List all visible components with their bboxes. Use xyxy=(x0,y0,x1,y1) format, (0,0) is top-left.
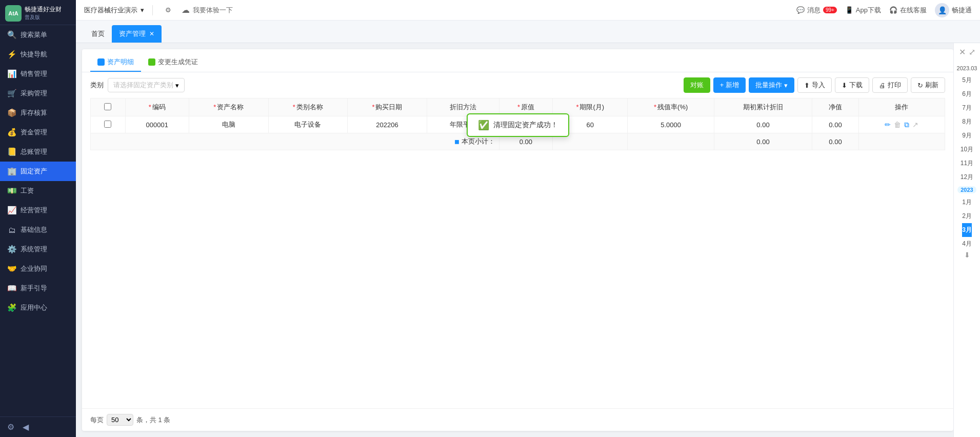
toast-message: 清理固定资产成功！ xyxy=(493,121,558,130)
topbar: 医疗器械行业演示 ▾ ⚙ ☁ 我要体验一下 💬 消息 99+ 📱 App下载 🎧… xyxy=(76,0,980,21)
sidebar-item-purchase[interactable]: 🛒 采购管理 xyxy=(0,84,76,103)
new-label: + 新增 xyxy=(720,81,739,90)
reconcile-label: 对账 xyxy=(690,81,704,90)
sidebar-item-quicknav[interactable]: ⚡ 快捷导航 xyxy=(0,45,76,64)
cloud-icon: ☁ xyxy=(182,5,190,15)
app-download-label: App下载 xyxy=(856,6,881,15)
messages-badge: 99+ xyxy=(823,7,837,13)
collapse-icon[interactable]: ◀ xyxy=(23,422,29,432)
app-download-button[interactable]: 📱 App下载 xyxy=(845,6,881,15)
sidebar-item-basic[interactable]: 🗂 基础信息 xyxy=(0,220,76,240)
tab-close-icon[interactable]: ✕ xyxy=(149,30,154,37)
rp-expand-icon[interactable]: ⤢ xyxy=(969,47,975,57)
rp-month[interactable]: 12月 xyxy=(961,170,973,184)
sidebar-item-enterprise[interactable]: 🤝 企业协同 xyxy=(0,259,76,279)
td-action: ✏ 🗑 ⧉ ↗ xyxy=(858,116,945,133)
copy-icon[interactable]: ⧉ xyxy=(904,121,909,129)
online-service-label: 在线客服 xyxy=(900,6,927,15)
download-button[interactable]: ⬇ 下载 xyxy=(835,77,869,93)
filter-label: 类别 xyxy=(90,81,104,90)
sidebar-item-assets[interactable]: 🏢 固定资产 xyxy=(0,162,76,181)
rp-month[interactable]: 5月 xyxy=(961,73,973,87)
sidebar-item-management[interactable]: 📈 经营管理 xyxy=(0,201,76,220)
th-category: *类别名称 xyxy=(268,98,348,116)
rp-close-icon[interactable]: ✕ xyxy=(959,47,966,59)
subtab-asset-detail[interactable]: 资产明细 xyxy=(90,54,141,72)
th-purchase-date: *购买日期 xyxy=(348,98,427,116)
subtab-asset-detail-label: 资产明细 xyxy=(107,57,134,67)
rp-month[interactable]: 4月 xyxy=(962,237,972,251)
sidebar-item-payroll[interactable]: 💵 工资 xyxy=(0,181,76,201)
sidebar-item-label: 搜索菜单 xyxy=(21,30,47,39)
online-service-button[interactable]: 🎧 在线客服 xyxy=(889,6,927,15)
company-name: 医疗器械行业演示 xyxy=(84,6,137,15)
batch-ops-button[interactable]: 批量操作 ▾ xyxy=(749,77,794,93)
messages-button[interactable]: 💬 消息 99+ xyxy=(796,6,837,15)
sales-icon: 📊 xyxy=(7,69,16,78)
rp-month[interactable]: 6月 xyxy=(961,87,973,101)
print-label: 打印 xyxy=(888,81,901,90)
rp-month[interactable]: 9月 xyxy=(961,129,973,143)
sidebar-item-label: 总账管理 xyxy=(21,147,47,156)
import-button[interactable]: ⬆ 导入 xyxy=(797,77,832,93)
experience-button[interactable]: ☁ 我要体验一下 xyxy=(182,5,233,15)
tab-asset-management[interactable]: 资产管理 ✕ xyxy=(112,25,162,43)
sidebar-item-label: 新手引导 xyxy=(21,284,47,293)
more-icon[interactable]: ↗ xyxy=(912,121,918,129)
company-selector[interactable]: 医疗器械行业演示 ▾ xyxy=(84,6,144,15)
edit-icon[interactable]: ✏ xyxy=(885,121,891,129)
topbar-settings-button[interactable]: ⚙ xyxy=(161,3,175,17)
toolbar-right: 对账 + 新增 批量操作 ▾ ⬆ 导入 ⬇ 下载 xyxy=(684,77,945,93)
sidebar-item-label: 销售管理 xyxy=(21,69,47,78)
rp-month[interactable]: 3月 xyxy=(962,223,972,237)
refresh-button[interactable]: ↻ 刷新 xyxy=(911,77,945,93)
sidebar-item-label: 采购管理 xyxy=(21,89,47,98)
sidebar-item-funds[interactable]: 💰 资金管理 xyxy=(0,123,76,142)
refresh-label: 刷新 xyxy=(925,81,938,90)
sidebar-item-inventory[interactable]: 📦 库存核算 xyxy=(0,103,76,123)
sidebar-item-appstore[interactable]: 🧩 应用中心 xyxy=(0,298,76,317)
rp-month[interactable]: 7月 xyxy=(961,101,973,115)
payroll-icon: 💵 xyxy=(7,186,16,195)
appstore-icon: 🧩 xyxy=(7,303,16,312)
topbar-right: 💬 消息 99+ 📱 App下载 🎧 在线客服 👤 畅捷通 xyxy=(796,3,972,17)
print-icon: 🖨 xyxy=(879,82,886,89)
sidebar-logo: AtA 畅捷通好业财 普及版 xyxy=(0,0,76,25)
sidebar-item-sales[interactable]: 📊 销售管理 xyxy=(0,64,76,84)
rp-month[interactable]: 1月 xyxy=(962,195,972,209)
purchase-icon: 🛒 xyxy=(7,89,16,98)
rp-month[interactable]: 8月 xyxy=(961,115,973,129)
tab-home[interactable]: 首页 xyxy=(84,25,112,43)
rp-month[interactable]: 2月 xyxy=(962,209,972,223)
refresh-icon: ↻ xyxy=(917,82,923,89)
rp-down-arrow[interactable]: ⬇ xyxy=(964,251,970,259)
rp-year-header: 2023.03 xyxy=(957,63,977,73)
new-button[interactable]: + 新增 xyxy=(713,77,746,93)
user-menu[interactable]: 👤 畅捷通 xyxy=(935,3,972,17)
settings-icon[interactable]: ⚙ xyxy=(7,422,14,432)
td-category: 电子设备 xyxy=(268,116,348,133)
sidebar-item-guide[interactable]: 📖 新手引导 xyxy=(0,279,76,298)
td-name: 电脑 xyxy=(189,116,268,133)
sidebar-item-system[interactable]: ⚙️ 系统管理 xyxy=(0,240,76,259)
avatar: 👤 xyxy=(935,3,949,17)
rp-month[interactable]: 11月 xyxy=(961,156,973,170)
messages-label: 消息 xyxy=(807,6,821,15)
enterprise-icon: 🤝 xyxy=(7,264,16,273)
print-button[interactable]: 🖨 打印 xyxy=(872,77,908,93)
sidebar-item-search[interactable]: 🔍 搜索菜单 xyxy=(0,25,76,45)
total-label: 条，共 1 条 xyxy=(136,415,170,425)
select-all-checkbox[interactable] xyxy=(104,103,111,110)
category-filter-arrow: ▾ xyxy=(175,82,179,89)
subtab-change-voucher[interactable]: 变更生成凭证 xyxy=(141,54,205,72)
page-size-select[interactable]: 50 20 100 xyxy=(107,414,133,426)
company-dropdown-icon: ▾ xyxy=(141,6,144,14)
rp-month[interactable]: 10月 xyxy=(961,143,973,156)
delete-icon[interactable]: 🗑 xyxy=(894,121,901,129)
subtotal-empty3 xyxy=(858,133,945,150)
download-icon: 📱 xyxy=(845,6,853,14)
sidebar-item-ledger[interactable]: 📒 总账管理 xyxy=(0,142,76,162)
reconcile-button[interactable]: 对账 xyxy=(684,77,710,93)
row-checkbox[interactable] xyxy=(104,121,111,128)
category-filter[interactable]: 请选择固定资产类别 ▾ xyxy=(108,78,185,92)
